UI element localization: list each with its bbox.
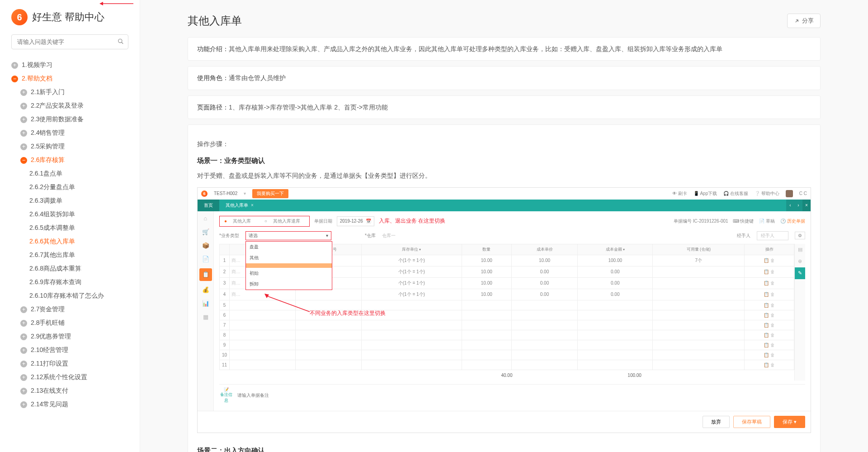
ss-upgrade-btn[interactable]: 我要购买一下	[252, 189, 288, 198]
logo[interactable]: 6 好生意 帮助中心	[11, 9, 128, 25]
cart-icon[interactable]: 🛒	[202, 228, 209, 236]
tool-icon[interactable]: ✎	[795, 267, 805, 279]
settings-icon[interactable]: ⚙	[795, 232, 805, 239]
share-button[interactable]: 分享	[787, 14, 821, 28]
grid-icon[interactable]: ▦	[202, 314, 209, 321]
nav-item[interactable]: +2.14常见问题	[20, 398, 128, 411]
nav-item[interactable]: +2.1新手入门	[20, 86, 128, 99]
nav-item[interactable]: −2.6库存核算	[20, 153, 128, 167]
box-icon[interactable]: 📦	[202, 242, 209, 249]
expand-icon[interactable]: +	[11, 62, 18, 69]
table-row[interactable]: 4商…个(1个 = 1个)10.000.000.00📋 🗑	[220, 289, 794, 300]
ss-top-link[interactable]: ❔ 帮助中心	[755, 190, 779, 197]
table-row[interactable]: 11📋 🗑	[220, 360, 794, 370]
dropdown-option[interactable]: 初始	[246, 268, 332, 279]
expand-icon[interactable]: +	[20, 130, 27, 137]
money-icon[interactable]: 💰	[202, 286, 209, 294]
ss-top-link[interactable]: 📱 App下载	[693, 190, 717, 197]
expand-icon[interactable]: +	[20, 374, 27, 381]
nav-item[interactable]: 2.6.4组装拆卸单	[29, 208, 128, 221]
search-icon[interactable]	[118, 38, 124, 46]
tool-icon[interactable]: ▤	[795, 244, 805, 256]
ss-avatar[interactable]	[786, 190, 793, 197]
expand-icon[interactable]: +	[20, 333, 27, 340]
biztype-select[interactable]: 请选▾ 盘盈其他初始拆卸	[245, 231, 331, 240]
ss-tab-prev[interactable]: ‹	[786, 200, 794, 211]
nav-item[interactable]: +2.9优惠券管理	[20, 330, 128, 343]
expand-icon[interactable]: +	[20, 103, 27, 109]
nav-item[interactable]: 2.6.2分量盘点单	[29, 181, 128, 194]
nav-item[interactable]: +2.13在线支付	[20, 384, 128, 398]
nav-item[interactable]: +1.视频学习	[11, 58, 128, 72]
ss-tab-current[interactable]: 其他入库单×	[219, 200, 260, 211]
collapse-icon[interactable]: −	[11, 76, 18, 82]
draft-link[interactable]: 📄 草稿	[759, 218, 775, 224]
table-row[interactable]: 5📋 🗑	[220, 300, 794, 310]
ss-tab-next[interactable]: ›	[794, 200, 802, 211]
nav-item[interactable]: 2.6.3调拨单	[29, 194, 128, 208]
warehouse-value[interactable]: 仓库一	[382, 233, 396, 239]
nav-item[interactable]: +2.4销售管理	[20, 126, 128, 140]
nav-item[interactable]: +2.7资金管理	[20, 303, 128, 316]
nav-item[interactable]: 2.6.9库存账本查询	[29, 276, 128, 289]
inventory-icon[interactable]: 📋	[199, 268, 212, 281]
save-button[interactable]: 保存 ▾	[774, 416, 805, 428]
dropdown-option[interactable]: 其他	[246, 252, 332, 263]
search-input[interactable]	[11, 34, 128, 49]
save-draft-button[interactable]: 保存草稿	[733, 416, 770, 428]
expand-icon[interactable]: +	[20, 89, 27, 96]
nav-item[interactable]: −2.帮助文档	[11, 72, 128, 86]
expand-icon[interactable]: +	[20, 143, 27, 150]
tool-icon[interactable]: ⊕	[795, 256, 805, 267]
nav-item[interactable]: +2.10经营管理	[20, 343, 128, 357]
tab-return[interactable]: ○ 其他入库退库	[260, 216, 309, 226]
tab-entry[interactable]: ● 其他入库	[220, 216, 260, 226]
nav-item[interactable]: 2.6.7其他出库单	[29, 248, 128, 262]
nav-item[interactable]: 2.6.10库存账本错了怎么办	[29, 289, 128, 303]
nav-item[interactable]: 2.6.6其他入库单	[29, 235, 128, 248]
nav-item[interactable]: 2.6.5成本调整单	[29, 221, 128, 235]
page-title: 其他入库单	[188, 14, 242, 28]
table-row[interactable]: 6📋 🗑	[220, 310, 794, 320]
hotkey-link[interactable]: ⌨ 快捷键	[733, 218, 754, 224]
nav-item[interactable]: +2.5采购管理	[20, 140, 128, 153]
nav-item[interactable]: +2.8手机旺铺	[20, 316, 128, 330]
file-icon[interactable]: 📄	[202, 256, 209, 263]
expand-icon[interactable]: +	[20, 306, 27, 313]
chart-icon[interactable]: 📊	[202, 300, 209, 307]
table-row[interactable]: 7📋 🗑	[220, 320, 794, 330]
remark-input[interactable]	[237, 387, 805, 404]
table-row[interactable]: 9📋 🗑	[220, 340, 794, 350]
operator-input[interactable]: 经手人	[757, 231, 788, 240]
table-row[interactable]: 8📋 🗑	[220, 330, 794, 340]
ss-top-link[interactable]: 👁 刷卡	[672, 190, 687, 197]
table-row[interactable]: 10📋 🗑	[220, 350, 794, 360]
expand-icon[interactable]: +	[20, 347, 27, 354]
expand-icon[interactable]: +	[20, 361, 27, 367]
nav-item[interactable]: 2.6.8商品成本重算	[29, 262, 128, 276]
home-icon[interactable]: ⌂	[202, 215, 209, 222]
nav-item[interactable]: +2.3使用前数据准备	[20, 113, 128, 126]
svg-point-0	[118, 39, 122, 43]
ss-top-link[interactable]: 🎧 在线客服	[723, 190, 748, 197]
cancel-button[interactable]: 放弃	[703, 416, 730, 428]
history-link[interactable]: 🕐 历史单据	[780, 218, 805, 224]
expand-icon[interactable]: +	[20, 320, 27, 327]
ss-tab-close-all[interactable]: ×	[802, 200, 811, 211]
dropdown-option[interactable]: 拆卸	[246, 279, 332, 290]
share-label: 分享	[802, 17, 814, 25]
nav-label: 1.视频学习	[22, 61, 52, 69]
nav-item[interactable]: 2.6.1盘点单	[29, 167, 128, 181]
ss-tab-home[interactable]: 首页	[198, 200, 219, 211]
expand-icon[interactable]: +	[20, 401, 27, 408]
nav-item[interactable]: +2.11打印设置	[20, 357, 128, 371]
expand-icon[interactable]: +	[20, 116, 27, 123]
dropdown-option[interactable]: 盘盈	[246, 242, 332, 252]
dropdown-option[interactable]	[246, 263, 332, 268]
nav-item[interactable]: +2.12系统个性化设置	[20, 371, 128, 384]
close-icon[interactable]: ×	[251, 203, 254, 208]
nav-item[interactable]: +2.2产品安装及登录	[20, 99, 128, 113]
collapse-icon[interactable]: −	[20, 157, 27, 164]
expand-icon[interactable]: +	[20, 388, 27, 395]
date-field[interactable]: 2019-12-26📅	[337, 216, 374, 226]
